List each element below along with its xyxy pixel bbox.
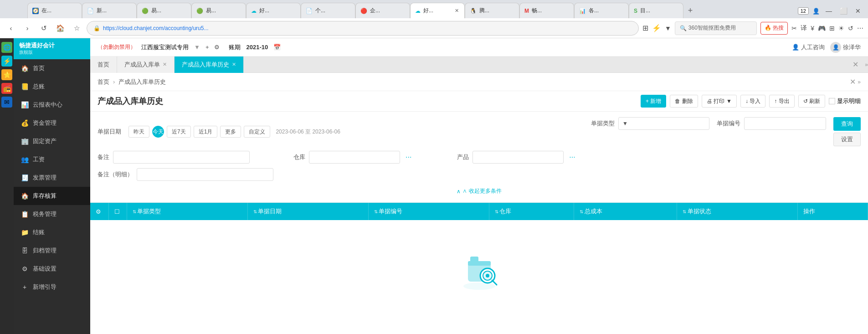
print-button[interactable]: 🖨 打印 ▼ xyxy=(702,95,737,108)
content-tab-history[interactable]: 产成品入库单历史 ✕ xyxy=(175,57,244,73)
doc-type-select[interactable]: ▼ xyxy=(618,117,709,130)
sidebar-item-home[interactable]: 🏠 首页 xyxy=(14,59,90,77)
product-input[interactable] xyxy=(473,151,564,164)
collapse-more-button[interactable]: ∧ ∧ 收起更多条件 xyxy=(98,185,861,197)
browser-frame: 🧭 在... 📄 新... 🟢 易... 🟢 易... ☁ 好... 📄 个..… xyxy=(0,0,868,334)
content-tab-list[interactable]: 产成品入库单 ✕ xyxy=(117,57,175,73)
calendar-icon[interactable]: 📅 xyxy=(273,44,281,51)
account-dropdown-icon[interactable]: ▼ xyxy=(194,44,200,51)
sidebar-item-basic-settings[interactable]: ⚙ 基础设置 xyxy=(14,260,90,278)
date-today-btn[interactable]: 今天 xyxy=(152,126,164,138)
date-7days-btn[interactable]: 近7天 xyxy=(167,126,191,138)
sidebar-item-fund[interactable]: 💰 资金管理 xyxy=(14,114,90,132)
tab-6[interactable]: 📄 个... xyxy=(301,3,355,18)
sidebar-item-new-item[interactable]: + 新增引导 xyxy=(14,278,90,296)
sidebar-item-fixed-assets[interactable]: 🏢 固定资产 xyxy=(14,132,90,150)
doc-number-input[interactable] xyxy=(744,117,826,130)
tab-8[interactable]: ☁ 好... ✕ xyxy=(410,3,465,18)
show-cols-checkbox[interactable] xyxy=(829,98,835,104)
tab-4[interactable]: 🟢 易... xyxy=(191,3,246,18)
sidebar-item-checkout[interactable]: 📁 结账 xyxy=(14,223,90,242)
note-input[interactable] xyxy=(113,151,250,164)
minimize-button[interactable]: — xyxy=(823,5,834,16)
query-button[interactable]: 查询 xyxy=(833,117,861,131)
app-icon-1[interactable]: 🌐 xyxy=(1,42,12,53)
tab-3[interactable]: 🟢 易... xyxy=(137,3,191,18)
cloud-report-icon: 📊 xyxy=(21,101,28,108)
tab-5[interactable]: ☁ 好... xyxy=(246,3,301,18)
delete-button[interactable]: 🗑 删除 xyxy=(670,95,698,108)
home-nav-button[interactable]: 🏠 xyxy=(54,22,67,35)
sidebar-item-tax[interactable]: 📋 税务管理 xyxy=(14,205,90,223)
th-settings[interactable]: ⚙ xyxy=(90,203,108,220)
warehouse-dots-button[interactable]: ··· xyxy=(404,153,413,161)
tab-2[interactable]: 📄 新... xyxy=(82,3,137,18)
hot-search-button[interactable]: 🔥 热搜 xyxy=(760,22,788,35)
th-checkbox[interactable]: ☐ xyxy=(108,203,127,220)
breadcrumb-home[interactable]: 首页 xyxy=(98,78,109,86)
tab-8-close[interactable]: ✕ xyxy=(454,7,460,15)
account-settings-icon[interactable]: ⚙ xyxy=(214,44,220,51)
add-button[interactable]: + 新增 xyxy=(641,95,666,108)
sidebar-item-archive[interactable]: 🗄 归档管理 xyxy=(14,242,90,260)
date-custom-btn[interactable]: 自定义 xyxy=(244,126,270,138)
app-icon-3[interactable]: ⭐ xyxy=(1,69,12,80)
content-panel-more-button[interactable]: » xyxy=(865,62,868,68)
user-service-button[interactable]: 👤 人工咨询 xyxy=(792,43,825,51)
th-doc-date[interactable]: ⇅ 单据日期 xyxy=(247,203,368,220)
back-button[interactable]: ‹ xyxy=(5,22,17,35)
date-1month-btn[interactable]: 近1月 xyxy=(194,126,218,138)
tab-12[interactable]: S 目... xyxy=(629,3,683,18)
bookmark-button[interactable]: ☆ xyxy=(70,22,83,35)
page-header: 首页 › 产成品入库单历史 ✕ » xyxy=(90,73,868,91)
th-doc-type[interactable]: ⇅ 单据类型 xyxy=(127,203,247,220)
tab-10[interactable]: M 畅... xyxy=(519,3,574,18)
content-tab-history-close[interactable]: ✕ xyxy=(232,62,236,67)
search-box[interactable]: 🔍 360智能抠图免费用 xyxy=(675,21,757,35)
tab-1[interactable]: 🧭 在... xyxy=(27,3,82,18)
import-button[interactable]: ↓ 导入 xyxy=(740,95,765,108)
date-more-btn[interactable]: 更多 xyxy=(220,126,241,138)
address-input[interactable]: 🔒 https://cloud.chanjet.com/accounting/u… xyxy=(87,21,639,36)
close-browser-button[interactable]: ✕ xyxy=(853,5,863,16)
warehouse-input[interactable] xyxy=(309,151,400,164)
tab-7[interactable]: 🔴 企... xyxy=(355,3,410,18)
sidebar-item-ledger[interactable]: 📒 总账 xyxy=(14,77,90,96)
note-detail-input[interactable] xyxy=(137,168,273,181)
settings-query-button[interactable]: 设置 xyxy=(833,133,861,146)
sidebar-item-inventory[interactable]: 🏠 库存核算 xyxy=(14,187,90,205)
sidebar-item-cloud-report[interactable]: 📊 云报表中心 xyxy=(14,96,90,114)
forward-button[interactable]: › xyxy=(21,22,34,35)
add-account-button[interactable]: + xyxy=(205,44,209,51)
dropdown-arrow-icon[interactable]: ▼ xyxy=(665,25,671,32)
header-user-area: 👤 人工咨询 👤 徐泽华 xyxy=(792,42,861,53)
app-icon-2[interactable]: ⚡ xyxy=(1,56,12,67)
page-header-more-button[interactable]: » xyxy=(858,79,861,85)
export-button[interactable]: ↑ 导出 xyxy=(769,95,794,108)
tab-11[interactable]: 📊 各... xyxy=(574,3,629,18)
product-dots-button[interactable]: ··· xyxy=(567,153,577,161)
content-panel-close-button[interactable]: ✕ xyxy=(853,60,863,69)
content-tab-list-close[interactable]: ✕ xyxy=(163,62,167,67)
app-icon-5[interactable]: ✉ xyxy=(1,97,12,108)
th-doc-status[interactable]: ⇅ 单据状态 xyxy=(677,203,797,220)
sidebar-item-payroll[interactable]: 👥 工资 xyxy=(14,150,90,169)
refresh-button[interactable]: ↺ 刷新 xyxy=(798,95,825,108)
sidebar-item-invoice[interactable]: 🧾 发票管理 xyxy=(14,169,90,187)
more-browser-icon[interactable]: ⋯ xyxy=(857,25,863,32)
content-tab-home[interactable]: 首页 xyxy=(90,57,117,73)
tab-9[interactable]: 🐧 腾... xyxy=(465,3,519,18)
print-dropdown-icon: ▼ xyxy=(726,98,732,104)
th-doc-number[interactable]: ⇅ 单据编号 xyxy=(368,203,489,220)
user-name-button[interactable]: 👤 徐泽华 xyxy=(830,42,861,53)
th-total-cost[interactable]: ⇅ 总成本 xyxy=(574,203,677,220)
scissors-icon: ✂ xyxy=(791,25,797,32)
date-yesterday-btn[interactable]: 昨天 xyxy=(128,126,149,138)
tab-11-favicon: 📊 xyxy=(579,8,586,14)
new-tab-button[interactable]: + xyxy=(683,3,697,18)
page-header-close-button[interactable]: ✕ xyxy=(850,77,856,86)
th-warehouse[interactable]: ⇅ 仓库 xyxy=(489,203,574,220)
refresh-nav-button[interactable]: ↺ xyxy=(37,22,50,35)
app-icon-4[interactable]: 📻 xyxy=(1,83,12,94)
restore-button[interactable]: ⬜ xyxy=(838,5,849,16)
